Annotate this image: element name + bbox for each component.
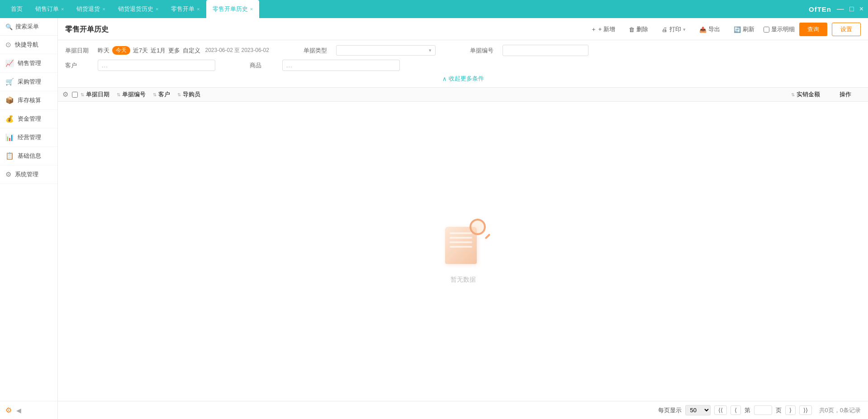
client-label: 客户 xyxy=(65,61,90,70)
next-page-button[interactable]: ⟩ xyxy=(785,405,796,415)
tab-retail-order-history[interactable]: 零售开单历史 × xyxy=(206,0,259,18)
refresh-icon: 🔄 xyxy=(734,26,741,33)
doc-type-label: 单据类型 xyxy=(304,47,329,55)
quick-nav-icon: ⊙ xyxy=(5,41,11,49)
tab-home[interactable]: 首页 xyxy=(5,0,29,18)
date-opt-today[interactable]: 今天 xyxy=(112,46,130,55)
page-label-second: 页 xyxy=(776,406,782,414)
page-label-first: 第 xyxy=(745,406,750,414)
chevron-down-icon: ▾ xyxy=(683,27,686,33)
close-icon[interactable]: × xyxy=(102,6,105,12)
empty-text: 暂无数据 xyxy=(451,276,476,284)
settings-icon[interactable]: ⚙ xyxy=(5,406,12,414)
export-button[interactable]: 📤 导出 xyxy=(695,24,725,35)
sort-amount-col[interactable]: ⇅ 实销金额 xyxy=(791,90,820,99)
date-label: 单据日期 xyxy=(65,47,90,55)
close-icon[interactable]: × xyxy=(197,6,199,12)
date-opt-custom[interactable]: 自定义 xyxy=(183,47,200,55)
main-layout: 🔍 搜索采单 ⊙ 快捷导航 📈 销售管理 🛒 采购管理 📦 库存核算 💰 资金管… xyxy=(0,18,868,419)
page-header: 零售开单历史 ＋ + 新增 🗑 删除 🖨 打印 ▾ 📤 导出 xyxy=(58,18,868,40)
sidebar-item-operations[interactable]: 📊 经营管理 xyxy=(0,128,57,147)
sidebar-item-finance[interactable]: 💰 资金管理 xyxy=(0,110,57,128)
top-bar-right: OfTEn — □ × xyxy=(809,5,863,13)
sort-date-col[interactable]: ⇅ 单据日期 xyxy=(81,90,109,99)
close-icon[interactable]: × xyxy=(61,6,64,12)
filter-row-1: 单据日期 昨天 今天 近7天 近1月 更多 自定义 2023-06-02 至 2… xyxy=(65,45,861,56)
delete-button[interactable]: 🗑 删除 xyxy=(624,24,653,35)
collapse-up-icon: ∧ xyxy=(442,75,447,82)
action-col-header: 操作 xyxy=(827,90,863,99)
goods-dots: ... xyxy=(286,62,293,69)
date-options: 昨天 今天 近7天 近1月 更多 自定义 2023-06-02 至 2023-0… xyxy=(98,46,269,55)
chevron-down-icon: ▾ xyxy=(429,47,432,53)
tab-sales-order[interactable]: 销售订单 × xyxy=(29,0,70,18)
minimize-icon[interactable]: — xyxy=(837,5,844,13)
date-opt-7days[interactable]: 近7天 xyxy=(133,47,148,55)
export-icon: 📤 xyxy=(699,26,707,33)
client-select[interactable]: ... xyxy=(98,60,215,71)
goods-select[interactable]: ... xyxy=(282,60,400,71)
doc-type-select[interactable]: ▾ xyxy=(336,45,436,56)
inventory-icon: 📦 xyxy=(5,96,14,104)
tab-sales-return-history[interactable]: 销货退货历史 × xyxy=(112,0,165,18)
sidebar-item-basic-info[interactable]: 📋 基础信息 xyxy=(0,147,57,165)
add-button[interactable]: ＋ + 新增 xyxy=(586,24,620,35)
per-page-select[interactable]: 50 100 200 xyxy=(685,405,711,415)
doc-no-input[interactable] xyxy=(503,45,588,56)
table-toolbar: ⚙ ⇅ 单据日期 ⇅ 单据编号 ⇅ 客户 ⇅ 导购员 xyxy=(58,88,868,102)
date-opt-yesterday[interactable]: 昨天 xyxy=(98,47,109,55)
prev-page-button[interactable]: ⟨ xyxy=(730,405,741,415)
sidebar-item-inventory[interactable]: 📦 库存核算 xyxy=(0,91,57,110)
print-button[interactable]: 🖨 打印 ▾ xyxy=(657,24,690,35)
tab-retail-order[interactable]: 零售开单 × xyxy=(165,0,206,18)
header-actions: ＋ + 新增 🗑 删除 🖨 打印 ▾ 📤 导出 🔄 xyxy=(586,23,861,36)
maximize-icon[interactable]: □ xyxy=(849,5,854,13)
table-wrapper: ⚙ ⇅ 单据日期 ⇅ 单据编号 ⇅ 客户 ⇅ 导购员 xyxy=(58,88,868,401)
collapse-label: 收起更多条件 xyxy=(449,75,484,83)
date-opt-1month[interactable]: 近1月 xyxy=(151,47,166,55)
sidebar-item-sales[interactable]: 📈 销售管理 xyxy=(0,54,57,73)
plus-icon: ＋ xyxy=(591,25,597,33)
filter-area: 单据日期 昨天 今天 近7天 近1月 更多 自定义 2023-06-02 至 2… xyxy=(58,40,868,88)
print-icon: 🖨 xyxy=(662,26,668,33)
page-title: 零售开单历史 xyxy=(65,25,109,34)
finance-icon: 💰 xyxy=(5,115,14,123)
top-bar: 首页 销售订单 × 销货退货 × 销货退货历史 × 零售开单 × 零售开单历史 … xyxy=(0,0,868,18)
operations-icon: 📊 xyxy=(5,133,14,141)
filter-row-2: 客户 ... 商品 ... xyxy=(65,60,861,71)
sort-client-col[interactable]: ⇅ 客户 xyxy=(153,90,170,99)
search-icon: 🔍 xyxy=(5,24,13,30)
setting-button[interactable]: 设置 xyxy=(832,23,861,36)
tab-sales-return[interactable]: 销货退货 × xyxy=(70,0,111,18)
sidebar-item-system[interactable]: ⚙ 系统管理 xyxy=(0,165,57,184)
sidebar-bottom: ⚙ ◀ xyxy=(0,401,57,419)
first-page-button[interactable]: ⟨⟨ xyxy=(714,405,727,415)
select-all-checkbox[interactable] xyxy=(72,92,78,98)
sales-icon: 📈 xyxy=(5,59,14,67)
date-opt-more[interactable]: 更多 xyxy=(168,47,180,55)
close-window-icon[interactable]: × xyxy=(859,5,863,13)
page-number-input[interactable]: 1 xyxy=(754,405,772,415)
sidebar-search[interactable]: 🔍 搜索采单 xyxy=(0,18,57,36)
delete-icon: 🗑 xyxy=(629,26,635,33)
close-icon[interactable]: × xyxy=(156,6,158,12)
refresh-button[interactable]: 🔄 刷新 xyxy=(729,24,759,35)
pagination: 每页显示 50 100 200 ⟨⟨ ⟨ 第 1 页 ⟩ ⟩⟩ 共0页，0条记录 xyxy=(58,401,868,419)
collapse-bar[interactable]: ∧ 收起更多条件 xyxy=(65,75,861,83)
sort-no-col[interactable]: ⇅ 单据编号 xyxy=(117,90,146,99)
display-detail-checkbox[interactable]: 显示明细 xyxy=(764,25,795,33)
query-button[interactable]: 查询 xyxy=(799,23,827,36)
doc-no-label: 单据编号 xyxy=(470,47,495,55)
collapse-sidebar-icon[interactable]: ◀ xyxy=(16,407,21,414)
close-icon[interactable]: × xyxy=(250,6,253,12)
system-icon: ⚙ xyxy=(5,170,11,179)
content-area: 零售开单历史 ＋ + 新增 🗑 删除 🖨 打印 ▾ 📤 导出 xyxy=(58,18,868,419)
goods-label: 商品 xyxy=(250,61,275,70)
sort-guide-col[interactable]: ⇅ 导购员 xyxy=(177,90,200,99)
client-dots: ... xyxy=(102,62,108,69)
empty-state: 暂无数据 xyxy=(58,102,868,401)
sidebar-item-quick-nav[interactable]: ⊙ 快捷导航 xyxy=(0,36,57,54)
sidebar-item-purchase[interactable]: 🛒 采购管理 xyxy=(0,73,57,91)
last-page-button[interactable]: ⟩⟩ xyxy=(799,405,812,415)
table-settings-button[interactable]: ⚙ xyxy=(62,90,68,99)
